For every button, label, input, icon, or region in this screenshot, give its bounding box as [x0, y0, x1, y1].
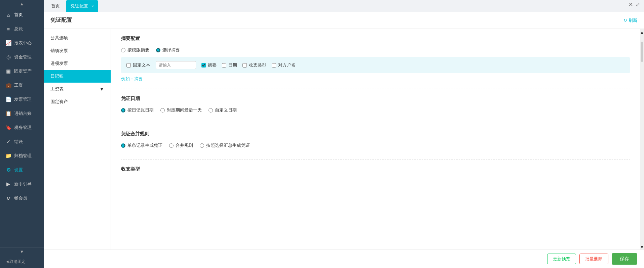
radio-by-journal-date-label: 按日记账日期	[127, 107, 154, 113]
income-expense-section: 收支类型	[121, 166, 630, 184]
left-nav-journal[interactable]: 日记账	[44, 70, 111, 83]
content-layout: 公共选项 销项发票 进项发票 日记账 工资表 ▼ 固定资产	[44, 29, 644, 250]
checkbox-summary-input[interactable]	[201, 63, 206, 68]
radio-by-journal-date[interactable]: 按日记账日期	[121, 107, 154, 113]
checkbox-date-input[interactable]	[222, 63, 226, 68]
radio-merge-rule-label: 合并规则	[176, 142, 193, 148]
sidebar-item-tax-management[interactable]: 🔖 税务管理	[0, 121, 44, 135]
batch-delete-button[interactable]: 批量删除	[579, 254, 608, 264]
tab-close-icon[interactable]: ×	[91, 4, 93, 8]
summary-config-section: 摘要配置 按模版摘要 选择摘要	[121, 36, 630, 89]
sidebar-item-home[interactable]: ⌂ 首页	[0, 8, 44, 22]
sidebar-item-fund-management[interactable]: ◎ 资金管理	[0, 50, 44, 64]
radio-by-template-input[interactable]	[121, 48, 125, 52]
checkbox-income-expense-input[interactable]	[242, 63, 247, 68]
checkbox-income-expense-label: 收支类型	[249, 62, 266, 68]
sidebar-item-guide[interactable]: ▶ 新手引导	[0, 177, 44, 191]
left-nav-fixed-assets-label: 固定资产	[50, 99, 68, 105]
vertical-scrollbar[interactable]: ▲ ▼	[640, 29, 644, 250]
left-nav-fixed-assets[interactable]: 固定资产	[44, 95, 111, 108]
scrollbar-thumb[interactable]	[641, 42, 643, 62]
checkbox-fixed-text-input[interactable]	[126, 63, 131, 68]
sidebar-scroll-down[interactable]: ▼	[0, 248, 44, 256]
archive-icon: 📁	[5, 153, 11, 159]
left-nav-payroll-table[interactable]: 工资表 ▼	[44, 83, 111, 95]
main-content: 首页 凭证配置 × ✕ ⤢ 凭证配置 ↻ 刷新 公共选项	[44, 0, 644, 268]
radio-select-summary-input[interactable]	[156, 48, 160, 52]
assets-icon: ▣	[5, 68, 11, 74]
radio-by-journal-date-input[interactable]	[121, 108, 125, 113]
payroll-icon: 💼	[5, 82, 11, 88]
radio-by-last-day-label: 对应期间最后一天	[167, 107, 202, 113]
invoice-icon: 📄	[5, 96, 11, 102]
maximize-window-icon[interactable]: ⤢	[636, 1, 640, 8]
tab-voucher-config[interactable]: 凭证配置 ×	[66, 0, 98, 12]
radio-merge-rule-input[interactable]	[169, 143, 174, 148]
summary-checkbox-row: 固定文本 摘要 日期	[121, 57, 630, 73]
radio-single-record[interactable]: 单条记录生成凭证	[121, 142, 162, 148]
sidebar-item-payroll[interactable]: 💼 工资	[0, 78, 44, 92]
close-window-icon[interactable]: ✕	[629, 1, 633, 8]
scroll-up-arrow[interactable]: ▲	[641, 30, 643, 35]
radio-custom-date[interactable]: 自定义日期	[209, 107, 237, 113]
sidebar-item-archive[interactable]: 📁 归档管理	[0, 149, 44, 163]
fixed-text-input[interactable]	[156, 61, 196, 69]
refresh-button[interactable]: ↻ 刷新	[623, 17, 637, 24]
radio-by-last-day[interactable]: 对应期间最后一天	[160, 107, 202, 113]
checkbox-income-expense[interactable]: 收支类型	[242, 62, 266, 68]
radio-custom-date-input[interactable]	[209, 108, 213, 113]
left-nav-public[interactable]: 公共选项	[44, 32, 111, 44]
sidebar-item-label: 固定资产	[14, 68, 32, 74]
tab-home[interactable]: 首页	[46, 0, 65, 12]
left-nav-sales-invoice[interactable]: 销项发票	[44, 44, 111, 57]
tab-active-label: 凭证配置	[71, 3, 88, 9]
radio-single-record-input[interactable]	[121, 143, 125, 148]
checkbox-summary[interactable]: 摘要	[201, 62, 217, 68]
bottom-bar: 更新预览 批量删除 保存	[44, 250, 644, 268]
scroll-down-arrow[interactable]: ▼	[641, 244, 643, 250]
income-expense-title: 收支类型	[121, 166, 630, 172]
tab-home-label: 首页	[51, 3, 60, 9]
refresh-icon: ↻	[623, 18, 627, 23]
checkbox-fixed-text[interactable]: 固定文本	[126, 62, 150, 68]
sidebar-scroll-up[interactable]: ▲	[0, 0, 44, 8]
sidebar-item-member[interactable]: V 畅会员	[0, 191, 44, 205]
summary-section-title: 摘要配置	[121, 36, 630, 42]
sidebar-item-sales-ledger[interactable]: 📋 进销台账	[0, 106, 44, 121]
voucher-date-section: 凭证日期 按日记账日期 对应期间最后一天	[121, 96, 630, 124]
radio-select-summary-label: 选择摘要	[162, 47, 180, 53]
checkbox-counterpart-input[interactable]	[272, 63, 276, 68]
sidebar-item-label: 结账	[14, 139, 23, 145]
sidebar-item-general-ledger[interactable]: ≡ 总账	[0, 22, 44, 36]
voucher-date-radio-group: 按日记账日期 对应期间最后一天 自定义日期	[121, 107, 630, 113]
checkbox-fixed-text-label: 固定文本	[133, 62, 150, 68]
radio-by-last-day-input[interactable]	[160, 108, 165, 113]
summary-radio-group: 按模版摘要 选择摘要	[121, 47, 630, 53]
radio-merge-rule[interactable]: 合并规则	[169, 142, 193, 148]
radio-by-template[interactable]: 按模版摘要	[121, 47, 149, 53]
radio-by-selection[interactable]: 按照选择汇总生成凭证	[200, 142, 250, 148]
checkbox-counterpart[interactable]: 对方户名	[272, 62, 296, 68]
sidebar-item-invoice-management[interactable]: 📄 发票管理	[0, 92, 44, 106]
radio-by-selection-input[interactable]	[200, 143, 204, 148]
radio-select-summary[interactable]: 选择摘要	[156, 47, 180, 53]
sidebar-item-label: 资金管理	[14, 54, 32, 60]
checkbox-date-label: 日期	[228, 62, 237, 68]
sidebar-item-fixed-assets[interactable]: ▣ 固定资产	[0, 64, 44, 78]
sidebar-item-label: 总账	[14, 26, 23, 32]
left-nav: 公共选项 销项发票 进项发票 日记账 工资表 ▼ 固定资产	[44, 29, 111, 250]
save-button[interactable]: 保存	[612, 253, 637, 265]
sidebar-item-label: 报表中心	[14, 40, 32, 46]
left-nav-purchase-invoice[interactable]: 进项发票	[44, 57, 111, 70]
home-icon: ⌂	[5, 12, 11, 18]
radio-by-selection-label: 按照选择汇总生成凭证	[206, 142, 250, 148]
sidebar-item-settlement[interactable]: ✓ 结账	[0, 135, 44, 149]
update-preview-button[interactable]: 更新预览	[547, 254, 576, 264]
radio-by-template-label: 按模版摘要	[127, 47, 149, 53]
sidebar-item-label: 税务管理	[14, 125, 32, 131]
guide-icon: ▶	[5, 181, 11, 187]
sidebar-item-settings[interactable]: ⚙ 设置	[0, 163, 44, 177]
sidebar-item-report-center[interactable]: 📈 报表中心	[0, 36, 44, 50]
checkbox-date[interactable]: 日期	[222, 62, 237, 68]
sidebar-footer[interactable]: ◄取消固定	[0, 256, 44, 268]
